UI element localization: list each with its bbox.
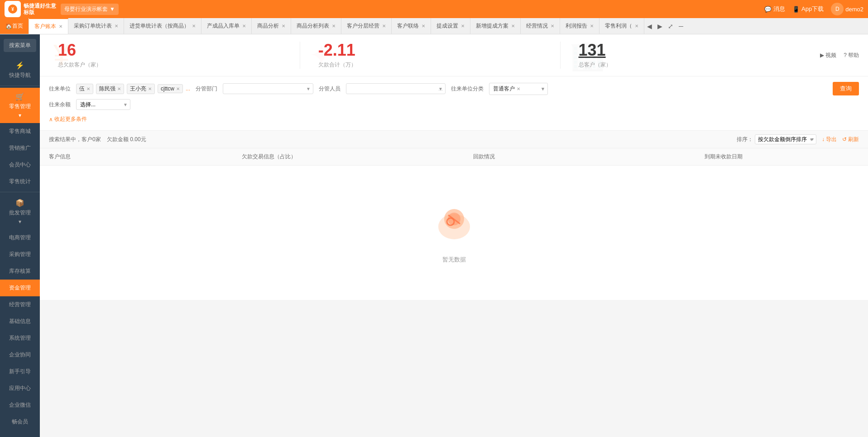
tab-close-goods-analysis-list[interactable]: ✕ bbox=[332, 24, 336, 28]
filter-person-label: 分管人员 bbox=[319, 85, 340, 93]
tab-close-customer-contact[interactable]: ✕ bbox=[422, 24, 425, 28]
sidebar-item-retail-stats[interactable]: 零售统计 bbox=[0, 173, 40, 190]
stat-item-total: 131 总客户（家） bbox=[579, 42, 611, 69]
chevron-icon: ▾ bbox=[19, 112, 21, 119]
tab-retail-profit[interactable]: 零售利润（ ✕ bbox=[599, 18, 644, 34]
tab-bar: 🏠 首页 客户账本 ✕ 采购订单统计表 ✕ 进货单统计表（按商品） ✕ 产成品入… bbox=[0, 18, 868, 34]
stat-label-total: 总客户（家） bbox=[579, 61, 611, 69]
sidebar-item-marketing[interactable]: 营销推广 bbox=[0, 140, 40, 157]
page-actions: ▶ 视频 ? 帮助 bbox=[820, 52, 859, 59]
logo-text: 畅捷通好生意 标版 bbox=[24, 3, 56, 16]
sidebar-item-vip-member[interactable]: 畅会员 bbox=[0, 413, 40, 430]
sidebar-item-wholesale[interactable]: 📦 批发管理 ▾ bbox=[0, 194, 40, 229]
app-download-btn[interactable]: 📱 App下载 bbox=[792, 5, 824, 13]
tab-promote-settings[interactable]: 提成设置 ✕ bbox=[431, 18, 470, 34]
sidebar-item-quick-nav[interactable]: ⚡ 快捷导航 bbox=[0, 57, 40, 84]
tab-goods-analysis-list[interactable]: 商品分析列表 ✕ bbox=[291, 18, 341, 34]
svg-text:¥: ¥ bbox=[11, 7, 14, 12]
user-profile[interactable]: D demo2 bbox=[831, 3, 863, 15]
col-header-customer: 客户信息 bbox=[49, 153, 242, 161]
sidebar-divider-1 bbox=[0, 86, 40, 86]
tab-nav-prev[interactable]: ◀ bbox=[644, 23, 655, 30]
tag-close-wu[interactable]: ✕ bbox=[86, 86, 90, 91]
filter-dept-wrapper bbox=[223, 83, 313, 94]
filter-balance-select[interactable]: 选择... bbox=[76, 99, 130, 110]
sort-select[interactable]: 按欠款金额倒序排序 bbox=[755, 134, 816, 144]
sidebar-item-new-guide[interactable]: 新手引导 bbox=[0, 363, 40, 380]
collapse-filter-btn[interactable]: ∧ 收起更多条件 bbox=[49, 115, 859, 123]
sidebar-item-app-center[interactable]: 应用中心 bbox=[0, 380, 40, 397]
filter-tag-cjttcw: cjttcw ✕ bbox=[158, 84, 183, 93]
tab-purchase-orders[interactable]: 采购订单统计表 ✕ bbox=[68, 18, 124, 34]
sidebar-item-enterprise-coop[interactable]: 企业协同 bbox=[0, 347, 40, 363]
main-layout: 搜索菜单 ⚡ 快捷导航 🛒 零售管理 ▾ 零售商城 营销推广 会员中心 零售统计… bbox=[0, 34, 868, 437]
sidebar-item-operations[interactable]: 经营管理 bbox=[0, 296, 40, 313]
tab-nav-next[interactable]: ▶ bbox=[655, 23, 665, 30]
results-actions: 排序： 按欠款金额倒序排序 ▼ ↓ 导出 ↺ bbox=[737, 134, 859, 144]
tab-business[interactable]: 经营情况 ✕ bbox=[521, 18, 560, 34]
filter-dept-input[interactable] bbox=[223, 83, 313, 94]
top-header: ¥ 畅捷通好生意 标版 母婴行业演示帐套 ▼ 💬 消息 📱 App下载 D de… bbox=[0, 0, 868, 18]
sidebar-item-purchase[interactable]: 采购管理 bbox=[0, 246, 40, 263]
content-area: ¥ 16 总欠款客户（家） ✦ -2.11 欠款合计（万） bbox=[40, 34, 868, 437]
tab-purchase-stats[interactable]: 进货单统计表（按商品） ✕ bbox=[124, 18, 201, 34]
tab-close-purchase-stats[interactable]: ✕ bbox=[192, 24, 196, 28]
tab-close-promote-settings[interactable]: ✕ bbox=[461, 24, 465, 28]
tag-close-chen[interactable]: ✕ bbox=[117, 86, 121, 91]
store-selector[interactable]: 母婴行业演示帐套 ▼ bbox=[61, 4, 119, 15]
refresh-btn[interactable]: ↺ 刷新 bbox=[842, 136, 859, 143]
search-btn[interactable]: 查询 bbox=[833, 82, 859, 95]
tab-new-promote[interactable]: 新增提成方案 ✕ bbox=[470, 18, 521, 34]
tab-close-purchase-orders[interactable]: ✕ bbox=[115, 24, 118, 28]
tab-customer-layer[interactable]: 客户分层经营 ✕ bbox=[341, 18, 392, 34]
sidebar-item-basic-info[interactable]: 基础信息 bbox=[0, 313, 40, 330]
sidebar-item-enterprise-wechat[interactable]: 企业微信 bbox=[0, 397, 40, 413]
video-btn[interactable]: ▶ 视频 bbox=[820, 52, 836, 59]
tab-accounts[interactable]: 客户账本 ✕ bbox=[29, 18, 68, 34]
tab-close-profit-report[interactable]: ✕ bbox=[590, 24, 594, 28]
chevron-icon-2: ▾ bbox=[19, 218, 21, 225]
tag-close-cjttcw[interactable]: ✕ bbox=[176, 86, 180, 91]
filter-person-input[interactable] bbox=[346, 83, 446, 94]
tab-close-prod-in[interactable]: ✕ bbox=[242, 24, 246, 28]
tab-expand[interactable]: ⤢ bbox=[665, 23, 676, 30]
sidebar-item-retail[interactable]: 🛒 零售管理 ▾ bbox=[0, 88, 40, 123]
more-tags-btn[interactable]: ... bbox=[186, 86, 190, 92]
tab-close-customer-layer[interactable]: ✕ bbox=[382, 24, 386, 28]
tab-home[interactable]: 🏠 首页 bbox=[0, 18, 29, 34]
export-btn[interactable]: ↓ 导出 bbox=[822, 136, 837, 143]
tab-close-accounts[interactable]: ✕ bbox=[59, 24, 62, 29]
filter-unit-class-input[interactable]: 普通客户 ✕ bbox=[489, 83, 548, 95]
sidebar-item-finance[interactable]: 资金管理 bbox=[0, 280, 40, 296]
message-btn[interactable]: 💬 消息 bbox=[764, 5, 785, 13]
help-icon: ? bbox=[844, 52, 847, 58]
tab-customer-contact[interactable]: 客户联络 ✕ bbox=[392, 18, 431, 34]
wholesale-icon: 📦 bbox=[15, 199, 24, 207]
help-btn[interactable]: ? 帮助 bbox=[844, 52, 859, 59]
tab-profit-report[interactable]: 利润报告 ✕ bbox=[560, 18, 599, 34]
tab-close-retail-profit[interactable]: ✕ bbox=[635, 24, 638, 28]
sort-label: 排序： bbox=[737, 136, 753, 143]
tag-close-wang[interactable]: ✕ bbox=[148, 86, 152, 91]
sidebar-item-retail-mall[interactable]: 零售商城 bbox=[0, 123, 40, 140]
col-header-repayment: 回款情况 bbox=[473, 153, 705, 161]
message-icon: 💬 bbox=[764, 6, 772, 13]
tab-close-new-promote[interactable]: ✕ bbox=[511, 24, 515, 28]
empty-icon bbox=[432, 202, 477, 248]
logo-area: ¥ 畅捷通好生意 标版 bbox=[5, 1, 56, 17]
table-container: 客户信息 欠款交易信息（占比） 回款情况 到期未收款日期 bbox=[40, 148, 868, 300]
stat-item-customers: 16 总欠款客户（家） bbox=[58, 42, 101, 69]
sidebar-search-btn[interactable]: 搜索菜单 bbox=[4, 39, 36, 52]
tab-minimize[interactable]: ─ bbox=[676, 23, 686, 30]
sidebar-item-inventory[interactable]: 库存核算 bbox=[0, 263, 40, 280]
sidebar-item-ecommerce[interactable]: 电商管理 bbox=[0, 229, 40, 246]
tab-close-business[interactable]: ✕ bbox=[551, 24, 554, 28]
sidebar-item-member[interactable]: 会员中心 bbox=[0, 157, 40, 173]
unit-class-tag-close[interactable]: ✕ bbox=[517, 86, 520, 91]
tab-goods-analysis[interactable]: 商品分析 ✕ bbox=[252, 18, 291, 34]
tab-close-goods-analysis[interactable]: ✕ bbox=[282, 24, 285, 28]
collapse-more-filter: ∧ 收起更多条件 bbox=[49, 114, 859, 125]
home-icon: 🏠 bbox=[5, 23, 12, 29]
sidebar-item-system[interactable]: 系统管理 bbox=[0, 330, 40, 347]
tab-prod-in[interactable]: 产成品入库单 ✕ bbox=[201, 18, 252, 34]
